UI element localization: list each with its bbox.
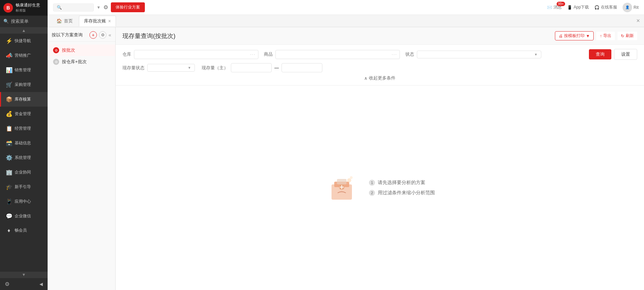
filter-action-btns: 查询 设置 [589, 49, 637, 60]
stock-qty-range: — [231, 63, 322, 72]
headset-icon: 🎧 [594, 5, 599, 10]
sidebar-item-label: 基础信息 [15, 140, 31, 146]
page-title-actions: 🖨 按模板打印 ▼ ↑ 导出 ↻ 刷新 [555, 31, 637, 40]
sidebar-bottom: ⚙ ◀ [0, 278, 48, 290]
sidebar-item-basic[interactable]: 🗃️ 基础信息 [0, 136, 48, 150]
sidebar-collapse-btn[interactable]: ◀ [39, 282, 43, 287]
app-download-btn[interactable]: 📱 App下载 [567, 4, 589, 10]
tab-inventory-batch[interactable]: 库存批次账 × [79, 16, 116, 26]
sidebar-item-label: 经营管理 [15, 126, 31, 131]
home-icon: 🏠 [56, 18, 62, 23]
svg-rect-2 [337, 179, 346, 184]
inventory-icon: 📦 [6, 96, 12, 103]
collapse-more-btn[interactable]: ∧ 收起更多条件 [122, 72, 637, 81]
sidebar-item-apps[interactable]: 📱 应用中心 [0, 194, 48, 209]
content-area: 按以下方案查询 + ⚙ « ⚙ 按批次 [48, 27, 644, 290]
print-icon: 🖨 [559, 34, 563, 38]
scroll-down-btn[interactable]: ▼ [0, 272, 48, 278]
sidebar-item-inventory[interactable]: 📦 库存核算 [0, 92, 48, 107]
main-area: 🔍 ▼ ⚙ 体验行业方案 ✉️ 消息 99+ 📱 App下载 🎧 在线客服 👤 [48, 0, 644, 290]
sidebar-search[interactable]: 🔍 搜索菜单 [0, 16, 48, 28]
left-panel-collapse-btn[interactable]: « [108, 32, 111, 38]
tab-panel-close-btn[interactable]: × [636, 17, 640, 24]
sidebar-item-label: 新手引导 [15, 184, 31, 190]
svg-point-7 [350, 176, 353, 179]
online-support-btn[interactable]: 🎧 在线客服 [594, 4, 617, 10]
print-btn[interactable]: 🖨 按模板打印 ▼ [555, 31, 594, 40]
plan-settings-btn[interactable]: ⚙ [99, 31, 106, 39]
sidebar-item-marketing[interactable]: 📣 营销推广 [0, 48, 48, 63]
quick-nav-icon: ⚡ [6, 38, 12, 44]
sidebar-item-label: 采购管理 [15, 82, 31, 88]
query-btn[interactable]: 查询 [589, 49, 611, 59]
left-panel-header-actions: + ⚙ « [89, 31, 111, 39]
sidebar-item-quick-nav[interactable]: ⚡ 快捷导航 [0, 34, 48, 48]
plan-item-by-batch[interactable]: ⚙ 按批次 [48, 44, 115, 56]
purchase-icon: 🛒 [6, 81, 12, 88]
settings-btn[interactable]: 设置 [614, 49, 637, 60]
sidebar-item-finance[interactable]: 💰 资金管理 [0, 107, 48, 121]
topbar-search-box[interactable]: 🔍 [53, 3, 94, 12]
print-dropdown-icon[interactable]: ▼ [586, 34, 590, 38]
stock-status-select[interactable]: ▼ [147, 64, 195, 72]
sidebar-item-label: 企业微信 [15, 213, 31, 219]
warehouse-input[interactable] [134, 50, 258, 59]
add-plan-btn[interactable]: + [89, 31, 97, 39]
plan-item-by-warehouse-batch[interactable]: ⚙ 按仓库+批次 [48, 56, 115, 68]
marketing-icon: 📣 [6, 52, 12, 59]
plan-list: ⚙ 按批次 ⚙ 按仓库+批次 [48, 42, 115, 70]
refresh-btn[interactable]: ↻ 刷新 [617, 32, 637, 40]
app-logo: B [3, 3, 13, 13]
tip-2-num: 2 [369, 190, 375, 196]
industry-btn[interactable]: 体验行业方案 [111, 2, 145, 12]
status-dropdown-icon: ▼ [534, 53, 538, 56]
user-area[interactable]: 👤 Rit [623, 3, 639, 12]
search-icon: 🔍 [3, 19, 9, 24]
message-icon: ✉️ [547, 5, 552, 10]
export-btn[interactable]: ↑ 导出 [596, 32, 615, 40]
left-panel: 按以下方案查询 + ⚙ « ⚙ 按批次 [48, 27, 116, 290]
stock-qty-min-input[interactable] [231, 63, 272, 72]
left-panel-title: 按以下方案查询 [52, 32, 83, 38]
enterprise-icon: 🏢 [6, 169, 12, 176]
wechat-icon: 💬 [6, 213, 12, 219]
sidebar-item-vip[interactable]: ♦ 畅会员 [0, 223, 48, 238]
sidebar-item-operations[interactable]: 📋 经营管理 [0, 121, 48, 136]
status-select[interactable]: ▼ [417, 51, 541, 58]
messages-btn[interactable]: ✉️ 消息 99+ [547, 4, 562, 10]
sidebar-item-enterprise[interactable]: 🏢 企业协同 [0, 165, 48, 180]
empty-state: 1 请先选择要分析的方案 2 用过滤条件来缩小分析范围 [116, 86, 644, 290]
scroll-up-btn[interactable]: ▲ [0, 28, 48, 34]
product-input-wrapper: ··· [275, 50, 400, 59]
export-icon: ↑ [600, 34, 602, 38]
print-label: 按模板打印 [564, 33, 584, 39]
plan-active-icon: ⚙ [53, 47, 59, 53]
topbar-dropdown-icon[interactable]: ▼ [97, 5, 101, 10]
basic-icon: 🗃️ [6, 140, 12, 146]
sidebar-item-label: 企业协同 [15, 169, 31, 175]
plan-item-label: 按仓库+批次 [62, 59, 87, 65]
gear-icon: ⚙ [101, 33, 105, 37]
stock-qty-max-input[interactable] [282, 63, 322, 72]
status-label: 状态 [405, 51, 414, 57]
sidebar-item-guide[interactable]: 🎓 新手引导 [0, 180, 48, 194]
tab-bar: 🏠 首页 库存批次账 × × [48, 15, 644, 27]
sidebar-item-sales[interactable]: 📊 销售管理 [0, 63, 48, 77]
tab-close-btn[interactable]: × [108, 18, 111, 24]
sidebar-settings-icon[interactable]: ⚙ [5, 281, 10, 287]
product-input[interactable] [275, 50, 400, 59]
tab-home[interactable]: 🏠 首页 [52, 16, 78, 26]
filter-row-1: 仓库 ··· 商品 ··· 状态 [122, 49, 637, 60]
sidebar-item-label: 资金管理 [15, 111, 31, 117]
stock-status-label: 现存量状态 [122, 65, 145, 71]
left-panel-header: 按以下方案查询 + ⚙ « [48, 27, 115, 42]
sidebar-item-system[interactable]: ⚙️ 系统管理 [0, 150, 48, 165]
sidebar-item-wechat[interactable]: 💬 企业微信 [0, 209, 48, 223]
empty-tip-2: 2 用过滤条件来缩小分析范围 [369, 190, 435, 196]
empty-tip-1: 1 请先选择要分析的方案 [369, 180, 435, 186]
sidebar-item-label: 畅会员 [15, 228, 27, 233]
topbar-settings-icon[interactable]: ⚙ [103, 4, 108, 11]
app-download-label: App下载 [574, 4, 589, 10]
sidebar-item-purchase[interactable]: 🛒 采购管理 [0, 77, 48, 92]
operations-icon: 📋 [6, 125, 12, 132]
